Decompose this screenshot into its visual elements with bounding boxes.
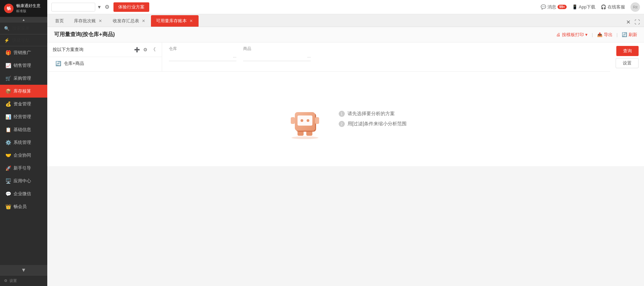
sidebar-item-member[interactable]: 👑 畅会员 xyxy=(0,200,47,213)
warehouse-input[interactable] xyxy=(169,54,232,59)
scheme-settings-btn[interactable]: ⚙ xyxy=(143,46,148,53)
robot-eye-left xyxy=(301,119,303,122)
page-header-actions: 🖨 按模板打印 ▾ | 📤 导出 | 🔄 刷新 xyxy=(556,32,637,38)
nav-label-corp_wechat: 企业微信 xyxy=(14,191,31,197)
warehouse-label: 仓库 xyxy=(169,46,236,52)
sidebar-item-new_guide[interactable]: 🚀 新手引导 xyxy=(0,162,47,175)
topbar-app-download[interactable]: 📱 App下载 xyxy=(572,4,595,10)
message-icon: 💬 xyxy=(541,4,546,9)
quick-nav-icon: ⚡ xyxy=(4,38,9,43)
product-more-btn[interactable]: ··· xyxy=(307,55,311,59)
page-header: 可用量查询(按仓库+商品) 🖨 按模板打印 ▾ | 📤 导出 | 🔄 xyxy=(47,27,644,43)
tab-batch_account[interactable]: 库存批次账✕ xyxy=(69,15,108,27)
maximize-btn[interactable]: ⛶ xyxy=(633,18,641,27)
product-label: 商品 xyxy=(243,46,311,52)
sidebar-search[interactable]: 🔍 搜索菜单 xyxy=(0,23,47,34)
sidebar-item-corp_collab[interactable]: 🤝 企业协同 xyxy=(0,149,47,162)
print-icon: 🖨 xyxy=(556,32,561,37)
sidebar-quick-nav[interactable]: ⚡ 快捷导航 xyxy=(0,34,47,46)
search-icon: 🔍 xyxy=(4,26,9,31)
query-btn[interactable]: 查询 xyxy=(616,46,639,56)
sidebar-scroll-down[interactable]: ▼ xyxy=(0,265,47,275)
print-template-btn[interactable]: 🖨 按模板打印 ▾ xyxy=(556,32,588,38)
sidebar-bottom: ⚙ 设置 xyxy=(0,275,47,286)
filter-warehouse-field: 仓库 ··· xyxy=(169,46,236,61)
tab-label-available_qty: 可用量库存账本 xyxy=(156,18,187,24)
refresh-btn[interactable]: 🔄 刷新 xyxy=(622,32,637,38)
sidebar-item-biz_mgmt[interactable]: 📊 经营管理 xyxy=(0,110,47,123)
nav-label-purchase_mgmt: 采购管理 xyxy=(14,75,31,81)
tab-available_qty[interactable]: 可用量库存账本✕ xyxy=(151,15,199,27)
avatar: Rit xyxy=(630,2,640,12)
topbar-settings-btn[interactable]: ⚙ xyxy=(103,2,111,11)
nav-label-fund_mgmt: 资金管理 xyxy=(14,101,31,107)
tab-close-recv_summary[interactable]: ✕ xyxy=(141,19,146,23)
sidebar-item-sys_mgmt[interactable]: ⚙️ 系统管理 xyxy=(0,136,47,149)
nav-icon-sys_mgmt: ⚙️ xyxy=(5,140,11,145)
export-btn[interactable]: 📤 导出 xyxy=(597,32,613,38)
hint-2-num: 2 xyxy=(339,121,345,127)
add-scheme-btn[interactable]: ➕ xyxy=(133,46,140,53)
nav-label-new_guide: 新手引导 xyxy=(14,165,31,171)
settings-btn[interactable]: 设置 xyxy=(616,58,639,68)
page-title: 可用量查询(按仓库+商品) xyxy=(54,31,115,38)
product-input[interactable] xyxy=(243,54,306,59)
tab-label-home: 首页 xyxy=(55,18,64,24)
robot-leg-left xyxy=(298,132,304,136)
topbar-dropdown-btn[interactable]: ▾ xyxy=(97,2,102,11)
tab-close-available_qty[interactable]: ✕ xyxy=(189,19,194,23)
sidebar-scroll-up[interactable]: ▲ xyxy=(0,17,47,23)
app-edition: 标准版 xyxy=(16,9,41,14)
right-buttons: 查询 设置 xyxy=(610,43,644,72)
sidebar-item-app_center[interactable]: 🖥️ 应用中心 xyxy=(0,175,47,187)
tab-label-batch_account: 库存批次账 xyxy=(74,18,96,24)
collapse-filter-btn[interactable]: 《 xyxy=(150,46,156,53)
sidebar-item-purchase_mgmt[interactable]: 🛒 采购管理 xyxy=(0,72,47,85)
nav-label-marketing_promo: 营销推广 xyxy=(14,50,31,56)
warehouse-more-btn[interactable]: ··· xyxy=(233,55,236,59)
sidebar-item-basic_info[interactable]: 📋 基础信息 xyxy=(0,123,47,136)
filter-left-header: 按以下方案查询 ➕ ⚙ 《 xyxy=(47,43,162,57)
topbar-search-input[interactable] xyxy=(51,3,95,11)
export-icon: 📤 xyxy=(597,32,602,37)
sidebar-item-marketing_promo[interactable]: 🎁 营销推广 xyxy=(0,46,47,59)
nav-icon-new_guide: 🚀 xyxy=(5,165,11,171)
nav-icon-inventory_calc: 📦 xyxy=(5,88,11,94)
topbar-online-service[interactable]: 🎧 在线客服 xyxy=(601,4,625,10)
filter-product-field: 商品 ··· xyxy=(243,46,311,61)
tab-home[interactable]: 首页 xyxy=(50,15,69,27)
topbar-user[interactable]: Rit xyxy=(630,2,640,12)
robot-leg-right xyxy=(306,132,312,136)
empty-state: 1 请先选择要分析的方案 2 用[过滤]条件来缩小分析范围 xyxy=(47,72,644,166)
sidebar-item-sales_mgmt[interactable]: 📈 销售管理 xyxy=(0,59,47,72)
nav-label-inventory_calc: 库存核算 xyxy=(14,88,31,94)
industry-solution-btn[interactable]: 体验行业方案 xyxy=(113,2,149,12)
filter-left: 按以下方案查询 ➕ ⚙ 《 🔄 仓库+商品 xyxy=(47,43,162,71)
filter-left-actions: ➕ ⚙ 《 xyxy=(133,46,156,53)
close-tab-btn[interactable]: ✕ xyxy=(625,18,632,27)
nav-label-sales_mgmt: 销售管理 xyxy=(14,62,31,69)
tab-recv_summary[interactable]: 收发存汇总表✕ xyxy=(108,15,151,27)
topbar-message[interactable]: 💬 消息 99+ xyxy=(541,4,567,10)
sidebar-item-inventory_calc[interactable]: 📦 库存核算 xyxy=(0,85,47,98)
scheme-item-warehouse-product[interactable]: 🔄 仓库+商品 xyxy=(47,57,162,70)
filter-section-title: 按以下方案查询 xyxy=(53,47,83,53)
tab-close-batch_account[interactable]: ✕ xyxy=(98,19,103,23)
sidebar-item-fund_mgmt[interactable]: 💰 资金管理 xyxy=(0,98,47,110)
sidebar-header: 畅 畅康通好生意 标准版 xyxy=(0,0,47,17)
headset-icon: 🎧 xyxy=(601,4,606,9)
topbar-search-area: ▾ ⚙ xyxy=(51,2,111,11)
nav-icon-fund_mgmt: 💰 xyxy=(5,101,11,107)
nav-icon-basic_info: 📋 xyxy=(5,127,11,132)
nav-label-sys_mgmt: 系统管理 xyxy=(14,139,31,146)
scheme-icon: 🔄 xyxy=(55,61,61,66)
nav-icon-sales_mgmt: 📈 xyxy=(5,63,11,68)
nav-icon-biz_mgmt: 📊 xyxy=(5,114,11,120)
nav-label-biz_mgmt: 经营管理 xyxy=(14,114,31,120)
filter-query-row: 按以下方案查询 ➕ ⚙ 《 🔄 仓库+商品 xyxy=(47,43,644,72)
product-input-row: ··· xyxy=(243,53,311,61)
sidebar-nav: 🎁 营销推广 📈 销售管理 🛒 采购管理 📦 库存核算 💰 资金管理 📊 经营管… xyxy=(0,46,47,265)
robot-body-container xyxy=(295,112,315,136)
main-area: ▾ ⚙ 体验行业方案 💬 消息 99+ 📱 App下载 🎧 在线客服 Rit xyxy=(47,0,644,286)
sidebar-item-corp_wechat[interactable]: 💬 企业微信 xyxy=(0,187,47,200)
